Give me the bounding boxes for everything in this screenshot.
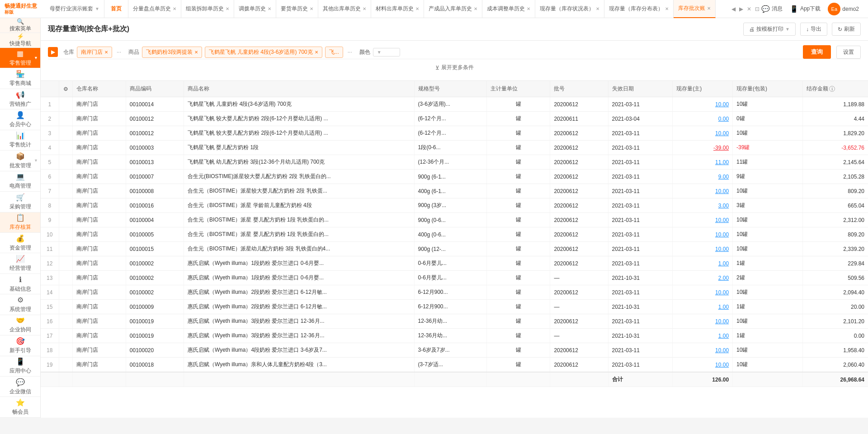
- row-1-qty-main: 10.00: [673, 97, 733, 112]
- product-more-btn[interactable]: ···: [346, 49, 354, 55]
- sidebar-item-system[interactable]: ⚙ 系统管理: [0, 294, 40, 315]
- tab-kucun-active[interactable]: 库存批次账 ✕: [674, 0, 716, 18]
- row-7-expiry: 2021-03-11: [608, 184, 673, 198]
- tab-nav-left[interactable]: ◀: [730, 6, 737, 12]
- product-tag-2[interactable]: 飞鹤星飞帆 儿童奶粉 4段(3-6岁适用) 700克 ✕: [205, 47, 322, 58]
- row-15-unit: 罐: [487, 300, 550, 314]
- query-btn[interactable]: 查询: [803, 45, 831, 59]
- tab-close-chengben[interactable]: ✕: [527, 6, 530, 11]
- table-row: 15 南岸门店 00100009 惠氏启赋（Wyeth illuma）2段奶粉 …: [41, 300, 868, 314]
- tab-home[interactable]: 首页: [104, 0, 128, 18]
- row-11-spec: 900g (12-...: [414, 242, 487, 256]
- sidebar-item-wholesale[interactable]: 📦 批发管理 ▼: [0, 151, 40, 171]
- sidebar-item-retail-stats[interactable]: 📊 零售统计: [0, 130, 40, 151]
- sidebar-item-mall[interactable]: 🏪 零售商城: [0, 68, 40, 89]
- footer-empty-7: [487, 372, 550, 387]
- sidebar-item-appcenter[interactable]: 📱 应用中心: [0, 356, 40, 377]
- sidebar-item-marketing[interactable]: 📢 营销推广: [0, 89, 40, 109]
- sidebar-item-wechat[interactable]: 💬 企业微信: [0, 377, 40, 397]
- tab-close-xiancun2[interactable]: ✕: [665, 6, 669, 11]
- warehouse-more-btn[interactable]: ···: [115, 49, 123, 55]
- row-9-unit: 罐: [487, 213, 550, 227]
- tab-close-qita[interactable]: ✕: [363, 6, 366, 11]
- tab-close-chengpin[interactable]: ✕: [474, 6, 477, 11]
- row-18-warehouse: 南岸门店: [72, 343, 126, 358]
- product-tag-3[interactable]: 飞...: [325, 47, 343, 58]
- sidebar-item-search[interactable]: 🔍 搜索英单: [0, 18, 40, 33]
- row-11-index: 11: [41, 242, 59, 256]
- tab-nav-more[interactable]: ⊡: [753, 6, 761, 12]
- export-btn[interactable]: ↓ 导出: [800, 23, 827, 36]
- tab-fenliang[interactable]: 分量盘点单历史 ✕: [128, 0, 181, 18]
- quick-nav-icon: ⚡: [17, 33, 24, 40]
- row-15-qty-main: 1.00: [673, 300, 733, 314]
- table-row: 11 南岸门店 00100015 合生元（BIOSTIME）派星幼儿配方奶粉 3…: [41, 242, 868, 256]
- warehouse-tag-close[interactable]: ✕: [104, 50, 108, 55]
- tab-close-kucun[interactable]: ✕: [707, 6, 711, 11]
- tab-tiaopo[interactable]: 调拨单历史 ✕: [234, 0, 276, 18]
- tab-qita[interactable]: 其他出库单历史 ✕: [318, 0, 371, 18]
- th-index: [41, 81, 59, 97]
- tab-nav-right[interactable]: ▶: [737, 6, 745, 12]
- sidebar-item-basic[interactable]: ℹ 基础信息: [0, 274, 40, 294]
- row-12-expiry: 2021-03-11: [608, 256, 673, 271]
- settings-btn[interactable]: 设置: [836, 46, 861, 59]
- account-selector[interactable]: 母婴行业演示账套 ▼: [45, 0, 104, 18]
- row-15-balance: 20.00: [802, 300, 868, 314]
- row-2-index: 2: [41, 112, 59, 126]
- sidebar-item-ecommerce[interactable]: 💻 电商管理: [0, 171, 40, 192]
- color-select[interactable]: ▼: [373, 48, 400, 57]
- row-14-index: 14: [41, 285, 59, 300]
- product-tag-1[interactable]: 飞鹤奶粉3段两提装 ✕: [142, 47, 202, 58]
- tab-close-fenliang[interactable]: ✕: [173, 6, 176, 11]
- app-download-btn[interactable]: 📱 App下载: [790, 5, 821, 13]
- sidebar-item-business[interactable]: 📈 经营管理: [0, 253, 40, 274]
- table-row: 18 南岸门店 00100020 惠氏启赋（Wyeth illuma）4段奶粉 …: [41, 343, 868, 358]
- sidebar-item-guide[interactable]: 🎯 新手引导: [0, 335, 40, 356]
- row-7-batch: 20200612: [550, 184, 608, 198]
- tab-xiancun2[interactable]: 现存量（库存分布表）✕: [604, 0, 674, 18]
- sidebar-item-retail[interactable]: ▦ 零售管理 ▼: [0, 48, 40, 68]
- sidebar-item-finance[interactable]: 💰 资金管理: [0, 233, 40, 253]
- product-tag-2-close[interactable]: ✕: [315, 50, 318, 55]
- tab-yaohuo[interactable]: 要货单历史 ✕: [276, 0, 318, 18]
- footer-empty-5: [184, 372, 414, 387]
- sidebar-item-member[interactable]: 👤 会员中心: [0, 109, 40, 130]
- th-settings[interactable]: ⚙: [59, 81, 72, 97]
- row-19-name: 惠氏启赋（Wyeth illuma）亲和人体儿童配方奶粉4段（3...: [184, 358, 414, 373]
- message-label: 消息: [772, 5, 783, 13]
- sidebar-item-purchase[interactable]: 🛒 采购管理: [0, 192, 40, 212]
- tab-zuhe[interactable]: 组装拆卸单历史 ✕: [181, 0, 234, 18]
- expand-more-btn[interactable]: ⊻ 展开更多条件: [432, 62, 477, 73]
- refresh-btn[interactable]: ↻ 刷新: [832, 23, 861, 36]
- message-btn[interactable]: 💬 消息: [761, 5, 783, 13]
- row-4-unit: 罐: [487, 141, 550, 155]
- row-10-unit: 罐: [487, 227, 550, 242]
- row-18-name: 惠氏启赋（Wyeth illuma）4段奶粉 爱尔兰进口 3-6岁及7...: [184, 343, 414, 358]
- tab-close-xiancun1[interactable]: ✕: [596, 6, 599, 11]
- warehouse-tag-nanyang[interactable]: 南岸门店 ✕: [77, 47, 112, 58]
- balance-info-icon[interactable]: ℹ: [829, 86, 835, 92]
- row-7-qty-main: 10.00: [673, 184, 733, 198]
- account-dropdown-icon[interactable]: ▼: [95, 6, 99, 11]
- tab-close-yaohuo[interactable]: ✕: [310, 6, 313, 11]
- row-9-qty-pkg: 10罐: [733, 213, 803, 227]
- row-2-name: 飞鹤星飞帆 较大婴儿配方奶粉 2段(6-12个月婴幼儿适用) ...: [184, 112, 414, 126]
- filter-expand-arrow[interactable]: ▶: [48, 47, 58, 57]
- sidebar-item-changhui[interactable]: ⭐ 畅会员: [0, 397, 40, 417]
- sidebar-item-inventory[interactable]: 📋 库存核算: [0, 212, 40, 233]
- ecommerce-icon: 💻: [16, 172, 25, 181]
- tab-chengpin[interactable]: 产成品入库单历史 ✕: [424, 0, 482, 18]
- sidebar-item-quicknav[interactable]: ⚡ 快捷导航: [0, 33, 40, 48]
- tab-nav-close[interactable]: ✕: [745, 6, 753, 12]
- product-tag-1-close[interactable]: ✕: [194, 50, 198, 55]
- tab-close-cailiao[interactable]: ✕: [415, 6, 419, 11]
- tab-close-tiaopo[interactable]: ✕: [268, 6, 271, 11]
- user-area[interactable]: Ea demo2: [828, 3, 859, 15]
- tab-cailiao[interactable]: 材料出库单历史 ✕: [371, 0, 424, 18]
- tab-close-zuhe[interactable]: ✕: [226, 6, 229, 11]
- print-template-btn[interactable]: 🖨 按模板打印 ▼: [743, 23, 796, 36]
- tab-xiancun1[interactable]: 现存量（库存状况表）✕: [535, 0, 604, 18]
- tab-chengben[interactable]: 成本调整单历史 ✕: [482, 0, 535, 18]
- sidebar-item-coop[interactable]: 🤝 企业协同: [0, 315, 40, 335]
